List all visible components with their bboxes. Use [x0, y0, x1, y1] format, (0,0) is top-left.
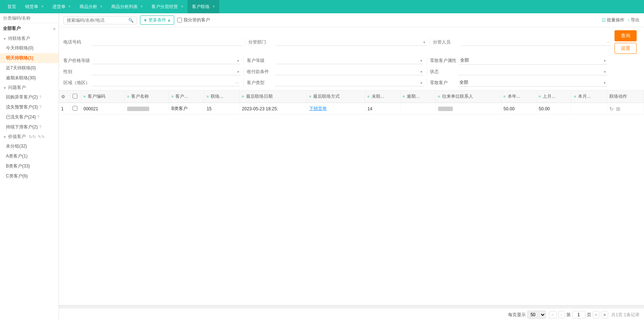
value-group-edit-icon[interactable]: ✎ [38, 134, 45, 139]
row-contact-count: 15 [204, 103, 239, 115]
filter-payment-select[interactable] [275, 68, 424, 75]
value-group-refresh-icon[interactable]: ↻ [29, 134, 36, 139]
footer-page-size-select[interactable]: 50 100 200 [527, 311, 546, 319]
sidebar-item-c-customers[interactable]: C类客户(6) [0, 171, 59, 181]
help-icon-churned[interactable]: ? [37, 115, 39, 119]
toolbar-search-input[interactable] [67, 18, 127, 23]
filter-price-level-select[interactable] [92, 57, 241, 64]
col-this-month-header[interactable]: ≡ 本月... [571, 90, 607, 103]
footer-last-page-button[interactable]: » [601, 311, 609, 318]
sort-name-icon: ≡ [127, 94, 129, 99]
col-name-header[interactable]: ≡ 客户名称 [125, 90, 169, 103]
col-last-contact-date-header[interactable]: ≡ 最后联络日期 [239, 90, 307, 103]
more-conditions-button[interactable]: ▼ 更多条件 ▲ [140, 15, 174, 25]
filter-retail-attr-select[interactable]: 全部 [459, 56, 607, 65]
action-grid-icon[interactable]: ⊞ [616, 106, 620, 112]
sidebar-item-declining[interactable]: 持续下滑客户(2) ? [0, 122, 59, 132]
col-uncontacted-header[interactable]: ≡ 未联... [365, 90, 400, 103]
col-overdue-header[interactable]: ≡ 逾期... [400, 90, 436, 103]
filter-retail-customer-select[interactable]: 全部 [458, 79, 607, 87]
footer-prev-page-button[interactable]: ‹ [558, 311, 565, 318]
my-customers-check[interactable] [177, 18, 182, 23]
nav-close-sales-order[interactable]: × [41, 0, 43, 13]
col-last-contact-type-header[interactable]: ≡ 最后联络方式 [307, 90, 365, 103]
nav-close-product-analysis[interactable]: × [100, 0, 102, 13]
query-button[interactable]: 查询 [615, 30, 637, 41]
nav-close-purchase-order[interactable]: × [69, 0, 71, 13]
nav-home[interactable]: 首页 [3, 0, 21, 13]
col-settings-header: ⚙ [59, 90, 70, 103]
nav-sales-order[interactable]: 销货单 × [21, 0, 48, 13]
gear-settings-icon[interactable]: ⚙ [61, 94, 65, 99]
filter-phone-field: 电话号码 [63, 39, 242, 46]
sidebar-search-input[interactable] [3, 15, 58, 21]
help-icon-declining[interactable]: ? [39, 125, 42, 129]
sidebar-item-ungrouped[interactable]: 未分组(32) [0, 141, 59, 151]
filter-gender-select[interactable] [91, 68, 241, 75]
filter-divider-4 [427, 56, 427, 65]
help-icon-churn-warning[interactable]: ? [39, 105, 42, 109]
filter-status-select[interactable] [458, 68, 607, 75]
action-refresh-icon[interactable]: ↻ [609, 106, 614, 112]
sidebar-item-tomorrow-contact[interactable]: 明天待联络(1) [0, 53, 59, 63]
nav-purchase-order[interactable]: 进货单 × [48, 0, 75, 13]
col-type-header[interactable]: ≡ 客户... [169, 90, 204, 103]
row-last-contact-link[interactable]: 下销货单 [309, 106, 327, 111]
sidebar-item-today-contact[interactable]: 今天待联络(0) [0, 43, 59, 53]
sidebar-item-churned[interactable]: 已流失客户(24) ? [0, 112, 59, 122]
toolbar-search-container: 🔍 [63, 16, 137, 24]
nav-customer-tiers[interactable]: 客户分层经营 × [147, 0, 188, 13]
sidebar-item-repurchase-abnormal[interactable]: 回购异常客户(2) ? [0, 92, 59, 102]
price-level-chevron-icon [237, 58, 239, 63]
toolbar-search-icon[interactable]: 🔍 [128, 18, 134, 23]
footer-page-input[interactable] [572, 311, 585, 318]
col-last-month-header[interactable]: ≡ 上月... [536, 90, 572, 103]
sidebar-item-churn-warning[interactable]: 流失预警客户(3) ? [0, 102, 59, 112]
nav-close-customer-contact[interactable]: × [213, 0, 215, 13]
help-icon-repurchase[interactable]: ? [39, 95, 42, 99]
footer-first-page-button[interactable]: « [549, 311, 557, 318]
horizontal-scrollbar[interactable] [59, 305, 644, 308]
row-uncontacted: 14 [365, 103, 400, 115]
value-group-arrow[interactable] [3, 134, 7, 139]
filter-price-level-field: 客户价格等级 [63, 57, 241, 64]
action-icons-container: ↻ ⊞ [609, 106, 641, 112]
filter-customer-level-select[interactable] [275, 57, 424, 64]
nav-product-analysis-list[interactable]: 商品分析列表 × [107, 0, 147, 13]
nav-product-analysis[interactable]: 商品分析 × [75, 0, 107, 13]
row-select-checkbox[interactable] [73, 106, 77, 111]
filter-manager-select[interactable]: ··· [461, 39, 612, 46]
sidebar-item-overdue-contact[interactable]: 逾期未联络(30) [0, 73, 59, 83]
row-checkbox [70, 103, 81, 115]
sort-this-year-icon: ≡ [504, 94, 506, 99]
footer-next-page-button[interactable]: › [593, 311, 599, 318]
sidebar-collapse-icon[interactable]: « [53, 26, 56, 31]
pending-group-arrow[interactable] [3, 36, 7, 41]
filter-dept-label: 分管部门 [248, 39, 274, 45]
sort-type-icon: ≡ [171, 94, 174, 99]
filter-row-4: 区域（地区） ··· 客户类型 零散客户 [63, 78, 640, 87]
filter-region-select[interactable]: ··· [92, 79, 241, 86]
batch-operations-button[interactable]: ☑ 批量操作 [602, 17, 624, 23]
sidebar-item-a-customers[interactable]: A类客户(1) [0, 151, 59, 161]
sort-uncontacted-icon: ≡ [367, 94, 370, 99]
filter-divider-6 [427, 67, 427, 76]
col-this-year-header[interactable]: ≡ 本年... [501, 90, 536, 103]
filter-dept-select[interactable] [276, 39, 427, 46]
settings-button[interactable]: 设置 [615, 43, 637, 54]
col-contact-count-header[interactable]: ≡ 联络... [204, 90, 239, 103]
problem-group-arrow[interactable] [3, 85, 7, 90]
select-all-checkbox[interactable] [73, 94, 77, 99]
nav-close-customer-tiers[interactable]: × [181, 0, 183, 13]
nav-customer-contact[interactable]: 客户联络 × [188, 0, 219, 13]
sidebar-item-7days-contact[interactable]: 近7天待联络(0) [0, 63, 59, 73]
col-code-header[interactable]: ≡ 客户编码 [81, 90, 125, 103]
nav-close-product-analysis-list[interactable]: × [141, 0, 143, 13]
sidebar-item-b-customers[interactable]: B类客户(33) [0, 161, 59, 171]
sidebar-all-customers[interactable]: 全部客户 « [0, 23, 59, 34]
filter-phone-input[interactable] [91, 39, 242, 46]
filter-customer-type-select[interactable] [275, 79, 424, 86]
my-customers-checkbox[interactable]: 我分管的客户 [177, 17, 210, 23]
col-unit-contact-header[interactable]: ≡ 往来单位联系人 [435, 90, 501, 103]
export-button[interactable]: ↑ 导出 [627, 17, 640, 23]
